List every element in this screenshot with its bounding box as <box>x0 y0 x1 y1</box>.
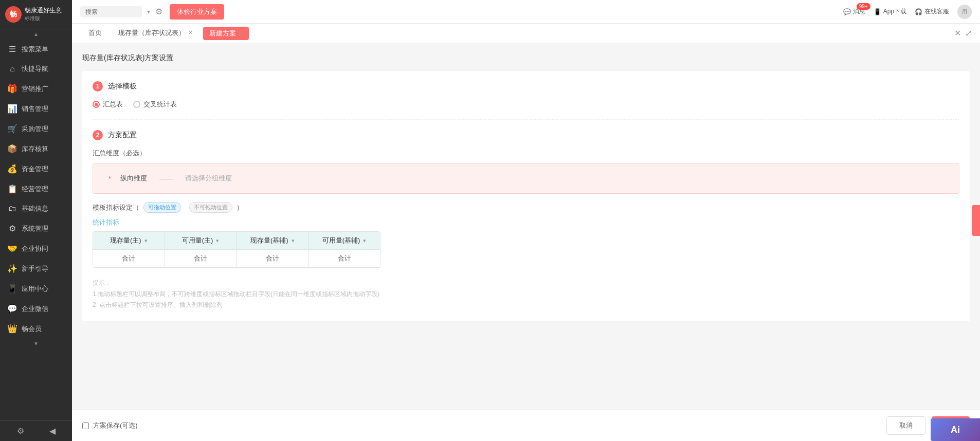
sidebar-item-purchase[interactable]: 🛒 采购管理 <box>0 119 72 139</box>
inventory-icon: 📦 <box>7 144 17 154</box>
step1-label: 选择模板 <box>108 82 137 91</box>
stats-col-1[interactable]: 现存量(主) ▾ <box>93 232 165 249</box>
dimension-section-label: 汇总维度（必选） <box>93 149 959 158</box>
sidebar-item-wechat[interactable]: 💬 企业微信 <box>0 299 72 319</box>
basic-info-icon: 🗂 <box>7 204 17 213</box>
sidebar-scroll-down[interactable]: ▼ <box>0 339 72 348</box>
search-input[interactable] <box>80 6 142 17</box>
sidebar-scroll-up[interactable]: ▲ <box>0 29 72 39</box>
app-name: 畅康通好生意 <box>25 7 62 15</box>
tab-inventory-close-icon[interactable]: ✕ <box>188 29 193 36</box>
sidebar-item-search-menu[interactable]: ☰ 搜索菜单 <box>0 39 72 59</box>
sidebar-item-label: 搜索菜单 <box>22 45 48 54</box>
sidebar-item-label: 采购管理 <box>22 124 48 134</box>
tab-home[interactable]: 首页 <box>80 24 110 43</box>
tip-item-2: 2. 点击标题栏下拉可设置排序、插入列和删除列 <box>93 300 959 311</box>
sidebar-settings-btn[interactable]: ⚙ <box>17 426 24 436</box>
quick-nav-icon: ⌂ <box>7 64 17 74</box>
sidebar-item-cooperation[interactable]: 🤝 企业协同 <box>0 238 72 259</box>
sidebar-item-label: 畅会员 <box>22 324 42 334</box>
col3-chevron-icon[interactable]: ▾ <box>292 237 295 244</box>
stats-cell-3: 合计 <box>237 249 309 267</box>
col4-chevron-icon[interactable]: ▾ <box>363 237 366 244</box>
tab-expand-btn[interactable]: ⤢ <box>965 28 972 38</box>
sidebar-item-label: 基础信息 <box>22 204 48 213</box>
stats-col-2-label: 可用量(主) <box>182 236 213 245</box>
settings-gear-icon[interactable]: ⚙ <box>155 7 162 16</box>
cross-radio[interactable] <box>133 101 140 108</box>
member-icon: 👑 <box>7 324 17 334</box>
ai-fab-button[interactable]: Ai <box>931 418 980 441</box>
sidebar-item-finance[interactable]: 💰 资金管理 <box>0 159 72 179</box>
industry-solution-button[interactable]: 体验行业方案 <box>170 4 224 20</box>
message-button[interactable]: 💬 消息 99+ <box>843 7 865 16</box>
draggable-badge: 可拖动位置 <box>143 202 181 213</box>
indicator-label: 模板指标设定（ 可拖动位置 不可拖动位置 ） <box>93 202 959 213</box>
online-service-button[interactable]: 🎧 在线客服 <box>915 7 949 16</box>
summary-radio[interactable] <box>93 101 100 108</box>
sidebar-item-sales[interactable]: 📊 销售管理 <box>0 99 72 119</box>
sidebar-toggle-btn[interactable]: ◀ <box>49 426 56 436</box>
message-badge: 99+ <box>857 3 870 10</box>
tab-close-btn[interactable]: ✕ <box>954 28 961 38</box>
user-avatar[interactable]: 用 <box>957 5 972 19</box>
sidebar-item-label: 资金管理 <box>22 164 48 174</box>
stats-table: 现存量(主) ▾ 可用量(主) ▾ 现存量(基辅) ▾ 可用量(基辅) <box>93 231 380 268</box>
save-checkbox[interactable] <box>82 422 89 429</box>
tabs-right-controls: ✕ ⤢ <box>954 28 972 38</box>
app-logo: 畅 畅康通好生意 标准版 <box>0 0 72 29</box>
stats-col-4[interactable]: 可用量(基辅) ▾ <box>308 232 380 249</box>
topbar-right: 💬 消息 99+ 📱 App下载 🎧 在线客服 用 <box>843 5 972 19</box>
scheme-settings-card: 1 选择模板 汇总表 交叉统计表 2 方案配置 <box>82 71 970 321</box>
step2-label: 方案配置 <box>108 131 137 140</box>
stats-col-2[interactable]: 可用量(主) ▾ <box>165 232 237 249</box>
app-download-icon: 📱 <box>874 8 881 15</box>
tab-home-label: 首页 <box>88 28 102 38</box>
cross-label: 交叉统计表 <box>143 100 177 109</box>
cancel-button[interactable]: 取消 <box>886 416 925 435</box>
dimension-area[interactable]: * 纵向维度 —— 请选择分组维度 <box>93 163 959 194</box>
search-chevron-icon[interactable]: ▾ <box>147 8 150 15</box>
service-icon: 🎧 <box>915 8 922 15</box>
sidebar-bottom: ⚙ ◀ <box>0 420 72 441</box>
tab-new-scheme-close-icon[interactable]: ✕ <box>238 30 243 36</box>
stats-col-4-label: 可用量(基辅) <box>322 236 360 245</box>
template-cross-option[interactable]: 交叉统计表 <box>133 100 177 109</box>
dimension-config: 汇总维度（必选） * 纵向维度 —— 请选择分组维度 <box>93 149 959 194</box>
stats-cell-4: 合计 <box>308 249 380 267</box>
sidebar-item-basic-info[interactable]: 🗂 基础信息 <box>0 199 72 218</box>
finance-icon: 💰 <box>7 164 17 174</box>
tab-new-scheme[interactable]: 新建方案 ✕ <box>203 27 249 40</box>
step2-number: 2 <box>93 130 103 140</box>
save-label: 方案保存(可选) <box>93 421 138 430</box>
stats-col-3[interactable]: 现存量(基辅) ▾ <box>237 232 309 249</box>
topbar: ▾ ⚙ 体验行业方案 💬 消息 99+ 📱 App下载 🎧 在线客服 用 <box>72 0 980 24</box>
ai-fab-label: Ai <box>951 425 960 435</box>
sidebar-item-member[interactable]: 👑 畅会员 <box>0 319 72 339</box>
sidebar-item-marketing[interactable]: 🎁 营销推广 <box>0 79 72 99</box>
template-summary-option[interactable]: 汇总表 <box>93 100 123 109</box>
avatar-placeholder: 用 <box>962 8 967 15</box>
main-area: ▾ ⚙ 体验行业方案 💬 消息 99+ 📱 App下载 🎧 在线客服 用 <box>72 0 980 441</box>
tab-inventory-status[interactable]: 现存量（库存状况表） ✕ <box>110 24 201 43</box>
sidebar-item-label: 销售管理 <box>22 104 48 114</box>
right-edge-tab[interactable] <box>972 205 980 236</box>
sidebar-item-label: 企业微信 <box>22 304 48 314</box>
sidebar-item-quick-nav[interactable]: ⌂ 快捷导航 <box>0 59 72 79</box>
stats-cell-1: 合计 <box>93 249 165 267</box>
save-checkbox-area[interactable]: 方案保存(可选) <box>82 421 138 430</box>
sidebar-item-newbie[interactable]: ✨ 新手引导 <box>0 259 72 279</box>
newbie-icon: ✨ <box>7 264 17 273</box>
sidebar-item-app-center[interactable]: 📱 应用中心 <box>0 279 72 299</box>
stats-col-1-label: 现存量(主) <box>110 236 141 245</box>
required-mark: * <box>108 175 111 182</box>
tab-bar: 首页 现存量（库存状况表） ✕ 新建方案 ✕ ✕ ⤢ <box>72 24 980 43</box>
tips-title: 提示： <box>93 279 111 286</box>
sidebar-item-operation[interactable]: 📋 经营管理 <box>0 179 72 199</box>
sidebar-item-inventory[interactable]: 📦 库存核算 <box>0 139 72 159</box>
col1-chevron-icon[interactable]: ▾ <box>144 237 148 244</box>
sales-icon: 📊 <box>7 104 17 114</box>
app-download-button[interactable]: 📱 App下载 <box>874 7 906 16</box>
sidebar-item-system[interactable]: ⚙ 系统管理 <box>0 218 72 238</box>
col2-chevron-icon[interactable]: ▾ <box>216 237 219 244</box>
